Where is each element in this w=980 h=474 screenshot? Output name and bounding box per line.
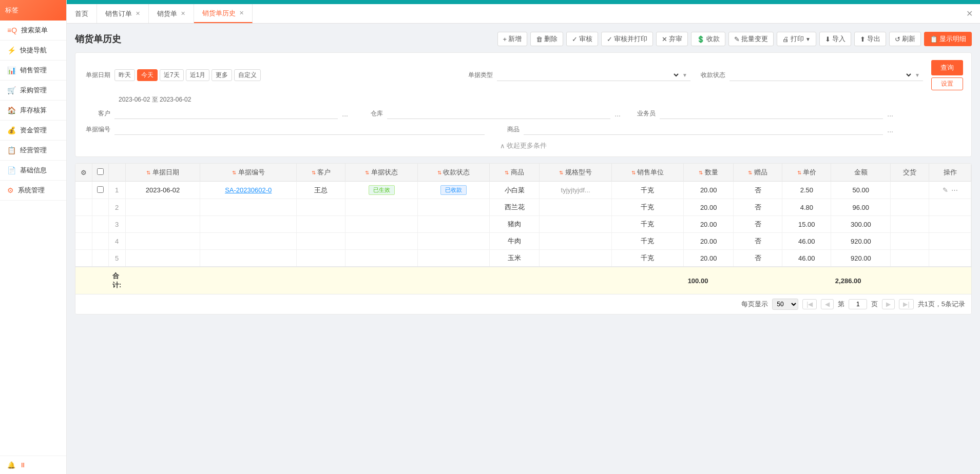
row-check[interactable] (97, 186, 104, 193)
tab-sales-order-close[interactable]: ✕ (136, 10, 140, 17)
tab-sales-history[interactable]: 销货单历史 ✕ (194, 4, 253, 23)
sidebar-item-label: 系统管理 (18, 186, 45, 195)
dropdown-icon2: ▼ (915, 72, 920, 78)
date-btn-more[interactable]: 更多 (212, 69, 232, 81)
first-page-btn[interactable]: |◀ (802, 299, 817, 309)
date-btn-1month[interactable]: 近1月 (186, 69, 210, 81)
sidebar-item-sys-mgmt[interactable]: ⚙ 系统管理 (0, 181, 66, 201)
sidebar-item-base-info[interactable]: 📄 基础信息 (0, 161, 66, 181)
row-no: 2 (108, 199, 125, 216)
warehouse-input[interactable] (387, 108, 610, 119)
row-spec: tyjyjtyjdf... (540, 182, 611, 199)
next-page-btn[interactable]: ▶ (882, 299, 895, 309)
sort-icon6[interactable]: ⇅ (505, 170, 509, 175)
date-btn-custom[interactable]: 自定义 (234, 69, 261, 81)
sidebar-item-quick-nav[interactable]: ⚡ 快捷导航 (0, 41, 66, 61)
prev-page-btn[interactable]: ◀ (821, 299, 834, 309)
sort-icon8[interactable]: ⇅ (631, 170, 636, 175)
warehouse-dots[interactable]: ... (614, 110, 621, 118)
import-button[interactable]: ⬇ 导入 (819, 32, 851, 46)
audit-button[interactable]: ✓ 审核 (566, 32, 598, 46)
sidebar-item-purchase-mgmt[interactable]: 🛒 采购管理 (0, 81, 66, 101)
settings-gear-icon[interactable]: ⚙ (81, 169, 87, 176)
page-input[interactable] (849, 299, 867, 309)
salesman-input[interactable] (660, 108, 883, 119)
audit-print-button[interactable]: ✓ 审核并打印 (601, 32, 653, 46)
date-btn-yesterday[interactable]: 昨天 (114, 69, 135, 81)
row-gift: 否 (734, 233, 782, 250)
customer-input[interactable] (114, 108, 338, 119)
warehouse-label: 仓库 (356, 109, 383, 118)
payment-status-select[interactable]: ▼ (729, 69, 923, 81)
row-actions (929, 233, 971, 250)
sort-icon3[interactable]: ⇅ (312, 170, 316, 175)
collapse-btn[interactable]: ∧ 收起更多条件 (84, 140, 963, 151)
show-detail-button[interactable]: 📋 显示明细 (924, 32, 972, 46)
tab-home[interactable]: 首页 (67, 4, 97, 23)
collect-button[interactable]: 💲 收款 (691, 32, 725, 46)
sidebar-item-operations[interactable]: 📋 经营管理 (0, 141, 66, 161)
sidebar-item-finance[interactable]: 💰 资金管理 (0, 121, 66, 141)
row-spec (540, 233, 611, 250)
row-settings (75, 199, 92, 216)
row-trade (891, 182, 929, 199)
last-page-btn[interactable]: ▶| (899, 299, 913, 309)
notification-icon[interactable]: 🔔 (7, 461, 15, 469)
payment-status-select-input[interactable] (733, 71, 913, 79)
sidebar-item-label: 资金管理 (20, 126, 47, 135)
export-button[interactable]: ⬆ 导出 (854, 32, 886, 46)
sidebar-item-inventory[interactable]: 🏠 库存核算 (0, 101, 66, 121)
doc-no-input[interactable] (114, 124, 485, 135)
select-all-checkbox[interactable] (97, 168, 104, 175)
sidebar-item-search-menu[interactable]: ≡Q 搜索菜单 (0, 21, 66, 41)
sidebar-item-sales-mgmt[interactable]: 📊 销售管理 (0, 61, 66, 81)
actions-col-header: 操作 (929, 164, 971, 182)
edit-action[interactable]: ✎ (943, 186, 948, 194)
more-action[interactable]: ⋯ (951, 186, 958, 194)
sort-icon9[interactable]: ⇅ (699, 170, 703, 175)
audit-icon: ✓ (572, 35, 578, 43)
operations-icon: 📋 (7, 146, 16, 154)
sort-icon[interactable]: ⇅ (146, 170, 150, 175)
product-input[interactable] (524, 124, 883, 135)
doc-no-link[interactable]: SA-20230602-0 (225, 186, 272, 194)
salesman-dots[interactable]: ... (887, 110, 893, 118)
sort-icon2[interactable]: ⇅ (232, 170, 236, 175)
tab-sales-order[interactable]: 销售订单 ✕ (97, 4, 149, 23)
sort-icon10[interactable]: ⇅ (748, 170, 752, 175)
filter-product: 商品 ... (493, 124, 894, 135)
abandon-button[interactable]: ✕ 弃审 (656, 32, 688, 46)
new-icon: + (503, 35, 507, 43)
row-customer (297, 216, 345, 233)
footer-total-qty: 100.00 (684, 267, 734, 294)
print-button[interactable]: 🖨 打印 ▼ (777, 32, 816, 46)
page-size-select[interactable]: 50 20 100 (772, 299, 798, 310)
new-button[interactable]: + 新增 (497, 32, 528, 46)
row-no: 4 (108, 233, 125, 250)
refresh-button[interactable]: ↺ 刷新 (889, 32, 921, 46)
product-dots[interactable]: ... (887, 126, 893, 134)
tab-bar-close[interactable]: ✕ (959, 9, 980, 18)
date-btn-today[interactable]: 今天 (137, 69, 158, 81)
sort-icon4[interactable]: ⇅ (365, 170, 369, 175)
sort-icon5[interactable]: ⇅ (437, 170, 441, 175)
doc-type-select[interactable]: ▼ (497, 69, 690, 81)
query-button[interactable]: 查询 (931, 60, 963, 75)
tab-sales-invoice-close[interactable]: ✕ (181, 10, 185, 17)
sort-icon11[interactable]: ⇅ (797, 170, 801, 175)
row-settings (75, 233, 92, 250)
customer-dots[interactable]: ... (342, 110, 348, 118)
sort-icon7[interactable]: ⇅ (559, 170, 563, 175)
settings-button[interactable]: 设置 (931, 77, 963, 90)
doc-type-select-input[interactable] (500, 71, 680, 79)
delete-button[interactable]: 🗑 删除 (530, 32, 563, 46)
row-unit: 千克 (611, 199, 683, 216)
tab-sales-invoice[interactable]: 销货单 ✕ (149, 4, 194, 23)
row-amount: 920.00 (831, 250, 891, 267)
batch-change-button[interactable]: ✎ 批量变更 (728, 32, 774, 46)
footer-total-amount: 2,286.00 (831, 267, 891, 294)
date-btn-7days[interactable]: 近7天 (160, 69, 184, 81)
tab-sales-history-close[interactable]: ✕ (239, 10, 244, 16)
pause-icon[interactable]: ⏸ (20, 461, 26, 469)
row-product: 玉米 (490, 250, 540, 267)
